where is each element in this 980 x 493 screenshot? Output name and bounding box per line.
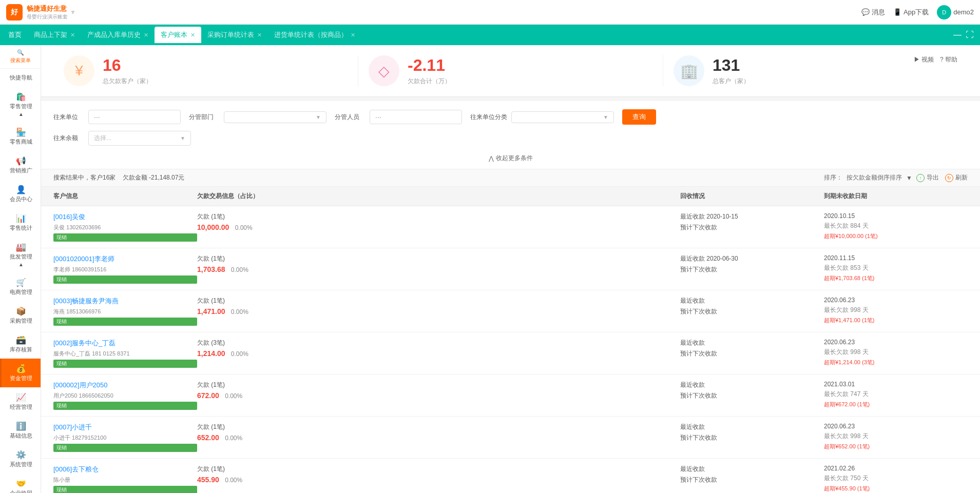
overdue-link-2[interactable]: 超期¥1,471.00 (1笔)	[824, 317, 968, 324]
customer-info-2: [0003]畅捷服务尹海燕 海燕 18513066976 现销	[53, 297, 197, 326]
overdue-link-3[interactable]: 超期¥1,214.00 (3笔)	[824, 359, 968, 366]
sidebar-item-wholesale-mgmt[interactable]: 🏭 批发管理 ▲	[0, 237, 41, 272]
app-download-button[interactable]: 📱 App下载	[893, 8, 929, 17]
sidebar-item-retail-store[interactable]: 🏪 零售商城	[0, 122, 41, 151]
summary-card-debt-customers: ¥ 16 总欠款客户（家）	[53, 55, 358, 86]
customer-name-2[interactable]: [0003]畅捷服务尹海燕	[53, 297, 197, 306]
summary-card-debt-total: ◇ -2.11 欠款合计（万）	[358, 55, 663, 86]
tab-customer-account[interactable]: 客户账本 ✕	[155, 27, 201, 43]
sidebar-item-basic-info[interactable]: ℹ️ 基础信息	[0, 416, 41, 445]
debt-title-6: 欠款 (1笔)	[197, 465, 680, 474]
sidebar-search-label: 搜索菜单	[3, 57, 37, 64]
filter-person-label: 分管人员	[335, 113, 366, 122]
debt-customers-icon: ¥	[64, 55, 94, 86]
sidebar-item-system-mgmt[interactable]: ⚙️ 系统管理	[0, 445, 41, 474]
sidebar-item-retail-mgmt[interactable]: 🛍️ 零售管理 ▲	[0, 87, 41, 122]
sidebar-item-enterprise-collab[interactable]: 🤝 企业协同	[0, 474, 41, 493]
due-info-4: 2021.03.01 最长欠款 747 天 超期¥672.00 (1笔)	[824, 381, 968, 408]
query-button[interactable]: 查询	[622, 109, 656, 125]
help-button[interactable]: ? 帮助	[940, 55, 957, 64]
sidebar-item-ecommerce[interactable]: 🛒 电商管理	[0, 272, 41, 301]
filter-category-select[interactable]: ▼	[511, 111, 614, 123]
sort-arrow-icon: ▼	[906, 174, 912, 182]
tab-production-history[interactable]: 产成品入库单历史 ✕	[81, 27, 155, 43]
tab-purchase-stats[interactable]: 采购订单统计表 ✕	[201, 27, 268, 43]
close-goods-listing-icon[interactable]: ✕	[70, 32, 75, 38]
sort-value[interactable]: 按欠款金额倒序排序	[847, 173, 902, 182]
user-profile-button[interactable]: D demo2	[937, 5, 974, 19]
customer-phone-6: 陈小册	[53, 476, 197, 484]
customer-name-0[interactable]: [0016]吴俊	[53, 212, 197, 222]
retail-stats-label: 零售统计	[10, 224, 32, 232]
refresh-label: 刷新	[955, 173, 968, 182]
filter-unit-input[interactable]: ···	[88, 110, 181, 124]
ecommerce-label: 电商管理	[10, 288, 32, 296]
close-purchase-stats-icon[interactable]: ✕	[257, 32, 262, 38]
sidebar-item-membership[interactable]: 👤 会员中心	[0, 180, 41, 208]
customer-name-5[interactable]: [0007]小进千	[53, 423, 197, 432]
debt-percent-6: 0.00%	[225, 477, 242, 484]
sidebar-item-operations[interactable]: 📈 经营管理	[0, 387, 41, 416]
overdue-days-3: 最长欠款 998 天	[824, 348, 968, 357]
sidebar-item-quick-nav[interactable]: 快捷导航	[0, 69, 41, 87]
filter-row-2: 往来余额 选择... ▼	[53, 131, 968, 146]
minimize-icon[interactable]: —	[953, 30, 962, 40]
debt-percent-5: 0.00%	[225, 435, 242, 442]
export-button[interactable]: ↑ 导出	[916, 173, 939, 182]
due-date-4: 2021.03.01	[824, 381, 968, 388]
close-customer-account-icon[interactable]: ✕	[190, 32, 195, 38]
message-button[interactable]: 💬 消息	[861, 8, 885, 17]
recovery-info-6: 最近收款 预计下次收款	[680, 465, 824, 484]
tab-goods-stats[interactable]: 进货单统计表（按商品） ✕	[268, 27, 361, 43]
filter-balance-select[interactable]: 选择... ▼	[88, 131, 191, 146]
expand-icon[interactable]: ⛶	[966, 30, 974, 40]
customer-name-3[interactable]: [0002]服务中心_丁磊	[53, 339, 197, 348]
sidebar-item-purchase-mgmt[interactable]: 📦 采购管理	[0, 301, 41, 330]
dropdown-arrow-icon[interactable]: ▼	[70, 9, 76, 16]
recovery-info-0: 最近收款 2020-10-15 预计下次收款	[680, 212, 824, 232]
debt-info-4: 欠款 (1笔) 672.00 0.00%	[197, 381, 680, 400]
video-help-button[interactable]: ▶ 视频	[914, 55, 934, 64]
filter-person-input[interactable]: ···	[370, 110, 462, 124]
debt-percent-2: 0.00%	[231, 308, 248, 315]
table-row: [0001020001]李老师 李老师 18600391516 现销 欠款 (1…	[41, 248, 980, 290]
close-production-history-icon[interactable]: ✕	[144, 32, 148, 38]
overdue-link-5[interactable]: 超期¥652.00 (1笔)	[824, 443, 968, 450]
debt-title-0: 欠款 (1笔)	[197, 212, 680, 221]
sidebar-item-marketing[interactable]: 📢 营销推广	[0, 151, 41, 180]
col-header-debt: 欠款交易信息（占比）	[197, 192, 680, 201]
col-header-recovery: 回收情况	[680, 192, 824, 201]
sidebar-item-inventory[interactable]: 🗃️ 库存核算	[0, 330, 41, 359]
col-header-due-date: 到期未收款日期	[824, 192, 968, 201]
overdue-link-4[interactable]: 超期¥672.00 (1笔)	[824, 401, 968, 408]
sidebar-item-retail-stats[interactable]: 📊 零售统计	[0, 208, 41, 237]
overdue-link-6[interactable]: 超期¥455.90 (1笔)	[824, 485, 968, 492]
quick-nav-label: 快捷导航	[10, 74, 32, 82]
retail-mgmt-icon: 🛍️	[16, 92, 26, 102]
sidebar-search[interactable]: 🔍 搜索菜单	[0, 45, 41, 69]
filter-unit-dots: ···	[94, 113, 100, 121]
overdue-link-1[interactable]: 超期¥1,703.68 (1笔)	[824, 274, 968, 282]
debt-title-2: 欠款 (1笔)	[197, 297, 680, 305]
tab-home[interactable]: 首页	[2, 30, 28, 40]
app-subtitle: 母婴行业演示账套	[27, 13, 68, 21]
customer-name-6[interactable]: [0006]去下粮仓	[53, 465, 197, 474]
close-goods-stats-icon[interactable]: ✕	[351, 32, 355, 38]
tab-production-history-label: 产成品入库单历史	[87, 30, 141, 40]
app-download-label: App下载	[904, 8, 929, 17]
finance-icon: 💰	[16, 364, 26, 373]
app-logo: 好	[6, 4, 23, 21]
tab-goods-listing[interactable]: 商品上下架 ✕	[28, 27, 81, 43]
overdue-link-0[interactable]: 超期¥10,000.00 (1笔)	[824, 232, 968, 240]
sidebar-item-finance[interactable]: 💰 资金管理	[0, 359, 41, 387]
debt-customers-label: 总欠款客户（家）	[103, 77, 152, 86]
filter-dept-select[interactable]: ▼	[224, 111, 326, 123]
filter-category-arrow-icon: ▼	[603, 114, 608, 120]
customer-name-4[interactable]: [000002]用户2050	[53, 381, 197, 390]
collapse-filters-button[interactable]: ⋀ 收起更多条件	[53, 152, 968, 165]
refresh-button[interactable]: ↻ 刷新	[945, 173, 968, 182]
due-info-1: 2020.11.15 最长欠款 853 天 超期¥1,703.68 (1笔)	[824, 254, 968, 282]
due-info-3: 2020.06.23 最长欠款 998 天 超期¥1,214.00 (3笔)	[824, 339, 968, 366]
username-label: demo2	[953, 8, 974, 16]
customer-name-1[interactable]: [0001020001]李老师	[53, 254, 197, 264]
